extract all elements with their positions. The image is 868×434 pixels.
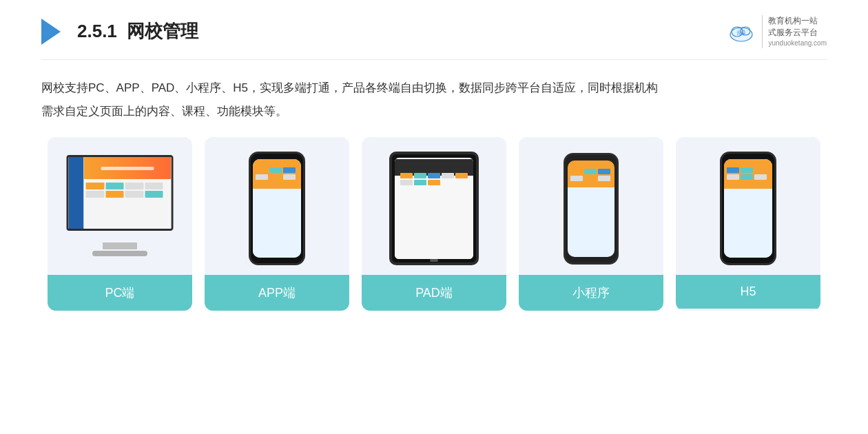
tablet-home-btn <box>430 259 438 262</box>
desktop-hero-text <box>101 167 154 170</box>
desktop-cell-8 <box>145 191 163 198</box>
pad-block-6 <box>400 180 413 185</box>
header: 2.5.1 网校管理 云朵 教育机构一站 式服务云平台 <box>41 0 827 59</box>
block-1 <box>256 167 268 173</box>
brand-line3: 式服务云平台 <box>768 27 827 39</box>
h5-block-5 <box>741 174 753 180</box>
card-pad-image <box>362 137 506 275</box>
block-4 <box>256 174 268 180</box>
tablet-screen <box>395 158 473 259</box>
desktop-cell-2 <box>105 183 124 189</box>
pad-block-1 <box>400 173 413 178</box>
brand-line1: yunduoketang.com <box>768 39 827 48</box>
card-pad-label: PAD端 <box>362 275 506 311</box>
desktop-base <box>92 251 147 256</box>
section-number: 2.5.1 <box>77 21 117 41</box>
pad-mini-blocks <box>397 170 471 188</box>
card-mini: 小程序 <box>519 137 663 311</box>
desktop-cell-7 <box>125 191 144 198</box>
block-2 <box>269 167 282 173</box>
desc-line2: 需求自定义页面上的内容、课程、功能模块等。 <box>41 100 827 123</box>
phone-screen-h5 <box>724 159 772 258</box>
block-3 <box>283 167 296 173</box>
desktop-sidebar <box>69 157 84 229</box>
logo-icon <box>41 19 68 45</box>
page-title: 2.5.1 网校管理 <box>77 19 198 43</box>
card-h5-label: H5 <box>676 275 820 309</box>
h5-block-2 <box>741 167 753 173</box>
desktop-main <box>84 157 172 229</box>
brand-logo: 云朵 教育机构一站 式服务云平台 yunduoketang.com <box>726 15 827 48</box>
card-app-image <box>205 137 349 275</box>
phone-notch-h5 <box>738 154 758 158</box>
card-pc-image <box>48 137 192 275</box>
h5-block-3 <box>754 167 767 173</box>
pad-block-5 <box>455 173 468 178</box>
tablet-content <box>395 159 473 259</box>
phone-content-app <box>253 159 301 258</box>
header-divider <box>41 59 827 60</box>
desktop-cell-1 <box>86 183 105 189</box>
brand-text: 教育机构一站 式服务云平台 yunduoketang.com <box>762 15 827 48</box>
title-bold: 网校管理 <box>127 21 198 41</box>
desktop-content <box>69 157 172 229</box>
pad-block-7 <box>414 180 426 185</box>
h5-block-6 <box>754 174 767 180</box>
desktop-stand <box>103 242 137 249</box>
page: 2.5.1 网校管理 云朵 教育机构一站 式服务云平台 <box>0 0 868 434</box>
mini-block-2 <box>584 169 597 174</box>
pad-block-2 <box>414 173 426 178</box>
pad-block-3 <box>428 173 440 178</box>
mini-phone-content <box>568 161 614 257</box>
desktop-grid <box>84 180 172 200</box>
h5-mini-blocks <box>724 165 772 183</box>
phone-mockup-h5 <box>720 152 776 265</box>
card-pad: PAD端 <box>362 137 506 311</box>
desktop-hero <box>84 157 172 179</box>
mini-phone-screen <box>568 161 614 257</box>
h5-block-1 <box>727 167 739 173</box>
brand-line2: 教育机构一站 <box>768 15 827 27</box>
mini-block-6 <box>598 176 610 181</box>
pad-block-4 <box>442 173 454 178</box>
card-pc: PC端 <box>48 137 192 311</box>
phone-notch-app <box>267 154 287 158</box>
mini-block-3 <box>598 169 610 174</box>
card-app-label: APP端 <box>205 275 349 311</box>
desktop-cell-6 <box>105 191 124 198</box>
card-pc-label: PC端 <box>48 275 192 311</box>
description: 网校支持PC、APP、PAD、小程序、H5，实现多端打通，产品各终端自由切换，数… <box>41 76 827 123</box>
desktop-cell-4 <box>145 183 163 189</box>
block-5 <box>269 174 282 180</box>
svg-marker-0 <box>41 19 61 45</box>
block-6 <box>283 174 296 180</box>
desktop-mockup <box>61 155 178 262</box>
brand-cloud-icon: 云朵 <box>726 17 756 47</box>
desc-line1: 网校支持PC、APP、PAD、小程序、H5，实现多端打通，产品各终端自由切换，数… <box>41 76 827 100</box>
svg-text:云朵: 云朵 <box>736 30 746 36</box>
card-mini-image <box>519 137 663 275</box>
card-mini-label: 小程序 <box>519 275 663 311</box>
app-mini-blocks <box>253 165 301 183</box>
mini-mini-blocks <box>568 166 614 184</box>
mini-phone-mockup <box>564 153 619 265</box>
card-h5-image <box>676 137 820 275</box>
mini-phone-notch <box>582 155 600 158</box>
h5-block-4 <box>727 174 739 180</box>
mini-block-4 <box>570 176 583 181</box>
desktop-screen <box>67 155 174 231</box>
mini-block-1 <box>570 169 583 174</box>
card-app: APP端 <box>205 137 349 311</box>
cards-row: PC端 <box>41 137 827 311</box>
desktop-cell-5 <box>86 191 105 198</box>
phone-content-h5 <box>724 159 772 258</box>
card-h5: H5 <box>676 137 820 311</box>
phone-mockup-app <box>249 152 305 265</box>
header-left: 2.5.1 网校管理 <box>41 19 198 45</box>
pad-block-8 <box>428 180 440 185</box>
desktop-cell-3 <box>125 183 144 189</box>
phone-screen-app <box>253 159 301 258</box>
tablet-mockup <box>389 152 479 265</box>
mini-block-5 <box>584 176 597 181</box>
